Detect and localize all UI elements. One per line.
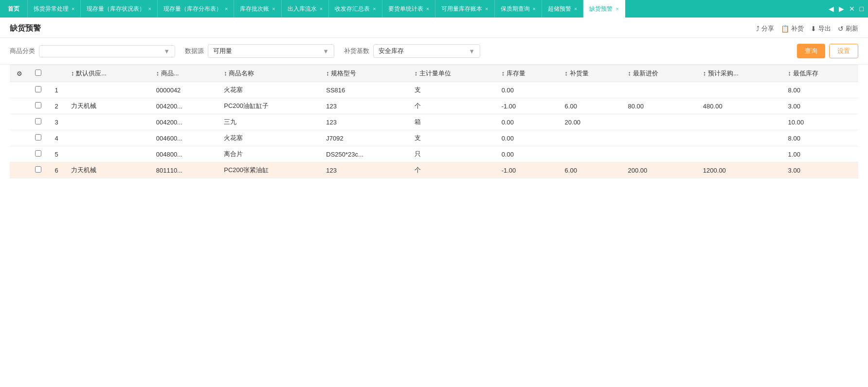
tab-close-icon[interactable]: × xyxy=(272,6,275,12)
row-product-code: 004800... xyxy=(151,146,219,162)
tab-prev-btn[interactable]: ◀ xyxy=(826,3,836,15)
row-checkbox-1[interactable] xyxy=(35,102,41,108)
tab-stock-status[interactable]: 现存量（库存状况表） × xyxy=(81,0,157,18)
tab-stock-dist[interactable]: 现存量（库存分布表） × xyxy=(158,0,234,18)
row-unit: 只 xyxy=(410,146,497,162)
row-num: 3 xyxy=(47,114,66,130)
datasource-value: 可用量 xyxy=(213,47,232,55)
row-checkbox-3[interactable] xyxy=(35,134,41,141)
tab-close-icon[interactable]: × xyxy=(426,6,429,12)
tab-close-btn[interactable]: ✕ xyxy=(847,3,857,15)
row-spec: 123 xyxy=(321,98,410,114)
query-button[interactable]: 查询 xyxy=(797,44,825,58)
col-product-code[interactable]: ↕ 商品... xyxy=(151,65,219,82)
row-product-name: PC200张紧油缸 xyxy=(219,162,321,178)
page-header: 缺货预警 ⤴ 分享 📋 补货 ⬇ 导出 ↺ 刷新 xyxy=(0,18,868,38)
row-unit: 个 xyxy=(410,98,497,114)
col-restock-qty[interactable]: ↕ 补货量 xyxy=(560,65,623,82)
row-stock-qty: -1.00 xyxy=(497,98,560,114)
restock-base-select[interactable]: 安全库存 ▼ xyxy=(373,44,480,58)
row-checkbox-0[interactable] xyxy=(35,86,41,92)
datasource-select[interactable]: 可用量 ▼ xyxy=(208,44,334,58)
page-title: 缺货预警 xyxy=(10,23,41,34)
row-unit: 个 xyxy=(410,162,497,178)
col-unit[interactable]: ↕ 主计量单位 xyxy=(410,65,497,82)
col-gear[interactable]: ⚙ xyxy=(10,65,29,82)
tab-overstock[interactable]: 超储预警 × xyxy=(542,0,583,18)
restock-button[interactable]: 📋 补货 xyxy=(781,24,804,33)
row-gear-cell xyxy=(10,114,29,130)
restock-base-arrow-icon: ▼ xyxy=(469,48,475,55)
tab-close-icon[interactable]: × xyxy=(574,6,577,12)
export-icon: ⬇ xyxy=(811,25,816,33)
row-checkbox-cell[interactable] xyxy=(29,146,47,162)
col-default-supplier[interactable]: ↕ 默认供应... xyxy=(66,65,151,82)
col-stock-qty[interactable]: ↕ 库存量 xyxy=(497,65,560,82)
row-gear-cell xyxy=(10,98,29,114)
tab-batch[interactable]: 库存批次账 × xyxy=(234,0,281,18)
row-product-name: 三九 xyxy=(219,114,321,130)
row-checkbox-4[interactable] xyxy=(35,150,41,157)
select-all-checkbox[interactable] xyxy=(35,70,41,76)
table-container: ⚙ ↕ 默认供应... ↕ 商品... ↕ 商品名称 ↕ 规格型号 xyxy=(0,65,868,178)
row-stock-qty: 0.00 xyxy=(497,146,560,162)
datasource-arrow-icon: ▼ xyxy=(323,48,329,55)
row-checkbox-cell[interactable] xyxy=(29,82,47,98)
row-min-stock: 3.00 xyxy=(783,162,858,178)
restock-icon: 📋 xyxy=(781,25,789,33)
row-est-purchase xyxy=(698,130,783,146)
tab-bar: 首页拣货异常处理 ×现存量（库存状况表） ×现存量（库存分布表） ×库存批次账 … xyxy=(0,0,868,18)
col-latest-price[interactable]: ↕ 最新进价 xyxy=(623,65,698,82)
export-button[interactable]: ⬇ 导出 xyxy=(811,24,831,33)
row-product-code: 004200... xyxy=(151,98,219,114)
row-num: 6 xyxy=(47,162,66,178)
row-checkbox-5[interactable] xyxy=(35,166,41,173)
table-row: 2力天机械004200...PC200油缸缸子123个-1.006.0080.0… xyxy=(10,98,858,114)
row-num: 2 xyxy=(47,98,66,114)
category-select[interactable]: ▼ xyxy=(39,45,175,57)
col-checkbox-all[interactable] xyxy=(29,65,47,82)
row-spec: J7092 xyxy=(321,130,410,146)
page-content: 缺货预警 ⤴ 分享 📋 补货 ⬇ 导出 ↺ 刷新 商品分类 xyxy=(0,18,868,387)
tab-close-icon[interactable]: × xyxy=(615,6,618,12)
row-latest-price: 80.00 xyxy=(623,98,698,114)
row-checkbox-cell[interactable] xyxy=(29,130,47,146)
refresh-button[interactable]: ↺ 刷新 xyxy=(838,24,858,33)
tab-nav-buttons: ◀ ▶ ✕ □ xyxy=(824,3,868,15)
row-latest-price xyxy=(623,130,698,146)
col-product-name[interactable]: ↕ 商品名称 xyxy=(219,65,321,82)
tab-close-icon[interactable]: × xyxy=(148,6,151,12)
tab-expiry[interactable]: 保质期查询 × xyxy=(495,0,542,18)
tab-shortage[interactable]: 缺货预警 × xyxy=(583,0,625,18)
datasource-label: 数据源 xyxy=(185,47,204,55)
tab-expand-btn[interactable]: □ xyxy=(857,3,866,15)
row-est-purchase xyxy=(698,82,783,98)
row-checkbox-cell[interactable] xyxy=(29,162,47,178)
row-checkbox-cell[interactable] xyxy=(29,114,47,130)
tab-close-icon[interactable]: × xyxy=(320,6,323,12)
tab-close-icon[interactable]: × xyxy=(533,6,536,12)
col-est-purchase[interactable]: ↕ 预计采购... xyxy=(698,65,783,82)
row-latest-price xyxy=(623,146,698,162)
row-checkbox-cell[interactable] xyxy=(29,98,47,114)
col-spec[interactable]: ↕ 规格型号 xyxy=(321,65,410,82)
tab-available-ledger[interactable]: 可用量库存账本 × xyxy=(435,0,494,18)
data-table: ⚙ ↕ 默认供应... ↕ 商品... ↕ 商品名称 ↕ 规格型号 xyxy=(10,65,858,178)
tab-close-icon[interactable]: × xyxy=(485,6,488,12)
tab-close-icon[interactable]: × xyxy=(225,6,228,12)
share-button[interactable]: ⤴ 分享 xyxy=(756,24,774,33)
tab-inout-flow[interactable]: 出入库流水 × xyxy=(282,0,329,18)
tab-close-icon[interactable]: × xyxy=(373,6,376,12)
tab-next-btn[interactable]: ▶ xyxy=(836,3,847,15)
col-min-stock[interactable]: ↕ 最低库存 xyxy=(783,65,858,82)
tab-exception[interactable]: 拣货异常处理 × xyxy=(28,0,81,18)
row-gear-cell xyxy=(10,130,29,146)
tab-home[interactable]: 首页 xyxy=(0,0,28,18)
settings-button[interactable]: 设置 xyxy=(829,44,858,58)
tab-collect[interactable]: 收发存汇总表 × xyxy=(329,0,382,18)
tab-order-stat[interactable]: 要货单统计表 × xyxy=(382,0,435,18)
tab-close-icon[interactable]: × xyxy=(72,6,74,12)
share-label: 分享 xyxy=(761,24,774,33)
restock-base-value: 安全库存 xyxy=(379,47,404,55)
row-checkbox-2[interactable] xyxy=(35,118,41,124)
